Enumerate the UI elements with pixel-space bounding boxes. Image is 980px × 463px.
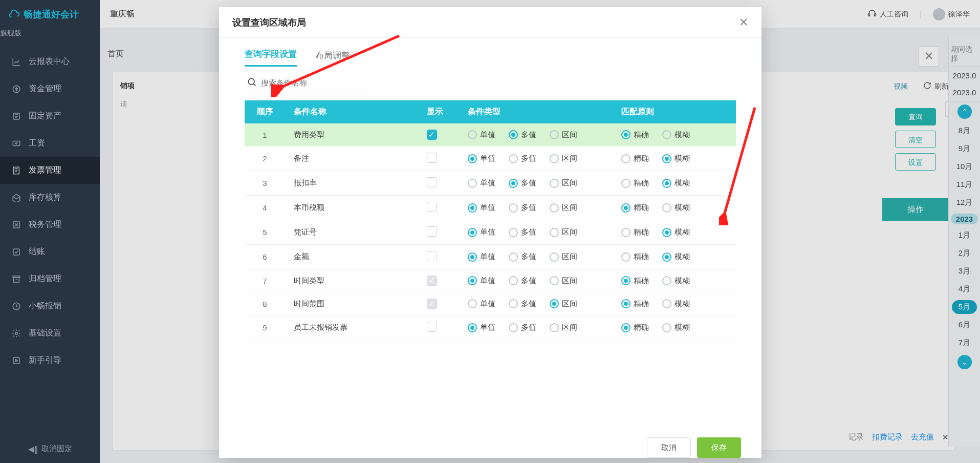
type-multi-radio[interactable]: 多值: [509, 203, 536, 213]
show-checkbox[interactable]: [427, 322, 437, 332]
table-row: 3 抵扣率 单值 多值 区间 精确 模糊: [245, 171, 736, 196]
radio-icon: [509, 276, 518, 285]
radio-icon: [468, 130, 477, 139]
match-fuzzy-radio[interactable]: 模糊: [662, 323, 690, 332]
show-checkbox[interactable]: [427, 177, 437, 187]
match-exact-radio[interactable]: 精确: [621, 276, 649, 286]
type-single-radio[interactable]: 单值: [468, 299, 495, 309]
show-checkbox[interactable]: ✓: [427, 276, 437, 286]
match-exact-radio[interactable]: 精确: [621, 299, 649, 309]
type-single-radio[interactable]: 单值: [468, 203, 495, 213]
svg-point-12: [248, 78, 254, 85]
cancel-button[interactable]: 取消: [647, 437, 691, 458]
show-checkbox[interactable]: ✓: [427, 299, 437, 309]
match-fuzzy-radio[interactable]: 模糊: [662, 252, 690, 262]
radio-icon: [662, 299, 671, 308]
col-match: 匹配原则: [613, 100, 736, 123]
show-checkbox[interactable]: [427, 226, 437, 237]
type-range-radio[interactable]: 区间: [550, 252, 577, 262]
type-range-radio[interactable]: 区间: [550, 203, 577, 213]
type-multi-radio[interactable]: 多值: [509, 130, 536, 140]
type-multi-radio[interactable]: 多值: [509, 323, 536, 332]
cell-match: 精确 模糊: [613, 292, 736, 315]
cell-match: 精确 模糊: [613, 245, 736, 269]
type-range-radio[interactable]: 区间: [550, 154, 577, 163]
cell-seq: 5: [245, 220, 286, 245]
save-button[interactable]: 保存: [697, 437, 741, 458]
type-range-radio[interactable]: 区间: [550, 276, 577, 286]
match-exact-radio[interactable]: 精确: [621, 227, 649, 237]
match-exact-radio[interactable]: 精确: [621, 203, 649, 213]
match-exact-radio[interactable]: 精确: [621, 154, 649, 163]
type-range-radio[interactable]: 区间: [550, 299, 577, 309]
tab-layout-adjust[interactable]: 布局调整: [315, 50, 350, 67]
radio-icon: [621, 252, 630, 262]
match-exact-radio[interactable]: 精确: [621, 178, 649, 188]
type-multi-radio[interactable]: 多值: [509, 178, 536, 188]
type-single-radio[interactable]: 单值: [468, 252, 495, 262]
type-single-radio[interactable]: 单值: [468, 130, 495, 140]
radio-icon: [468, 323, 477, 332]
table-row: 8 时间范围 ✓ 单值 多值 区间 精确 模糊: [245, 292, 736, 315]
type-range-radio[interactable]: 区间: [550, 227, 577, 237]
show-checkbox[interactable]: [427, 153, 437, 163]
search-input[interactable]: [261, 78, 371, 87]
match-fuzzy-radio[interactable]: 模糊: [662, 203, 690, 213]
match-fuzzy-radio[interactable]: 模糊: [662, 178, 690, 188]
type-single-radio[interactable]: 单值: [468, 276, 495, 286]
radio-label: 区间: [562, 323, 577, 332]
radio-icon: [509, 130, 518, 139]
radio-label: 多值: [521, 276, 536, 286]
type-multi-radio[interactable]: 多值: [509, 252, 536, 262]
match-exact-radio[interactable]: 精确: [621, 252, 649, 262]
radio-label: 精确: [634, 252, 649, 262]
type-single-radio[interactable]: 单值: [468, 323, 495, 332]
radio-label: 精确: [634, 130, 649, 140]
match-fuzzy-radio[interactable]: 模糊: [662, 299, 690, 309]
radio-icon: [662, 154, 671, 163]
tab-query-fields[interactable]: 查询字段设置: [245, 48, 297, 67]
match-fuzzy-radio[interactable]: 模糊: [662, 154, 690, 163]
radio-label: 单值: [480, 178, 495, 188]
type-range-radio[interactable]: 区间: [550, 178, 577, 188]
radio-label: 模糊: [674, 203, 690, 213]
type-multi-radio[interactable]: 多值: [509, 154, 536, 163]
radio-label: 单值: [480, 227, 495, 237]
radio-label: 区间: [562, 178, 577, 188]
radio-icon: [662, 323, 671, 332]
radio-label: 单值: [480, 323, 495, 332]
cell-show: [419, 220, 460, 245]
radio-label: 区间: [562, 130, 577, 140]
cell-seq: 8: [245, 292, 286, 315]
search-box[interactable]: [245, 74, 373, 92]
cell-name: 凭证号: [286, 220, 419, 245]
match-exact-radio[interactable]: 精确: [621, 323, 649, 332]
type-multi-radio[interactable]: 多值: [509, 227, 536, 237]
match-exact-radio[interactable]: 精确: [621, 130, 649, 140]
type-range-radio[interactable]: 区间: [550, 323, 577, 332]
radio-icon: [509, 154, 518, 163]
cell-seq: 4: [245, 196, 286, 220]
radio-label: 模糊: [674, 227, 690, 237]
radio-icon: [662, 228, 671, 237]
radio-icon: [550, 252, 559, 262]
type-multi-radio[interactable]: 多值: [509, 276, 536, 286]
show-checkbox[interactable]: [427, 202, 437, 212]
type-single-radio[interactable]: 单值: [468, 154, 495, 163]
show-checkbox[interactable]: [427, 251, 437, 261]
radio-label: 区间: [562, 154, 577, 163]
match-fuzzy-radio[interactable]: 模糊: [662, 276, 690, 286]
cell-show: ✓: [419, 123, 460, 146]
type-range-radio[interactable]: 区间: [550, 130, 577, 140]
radio-label: 多值: [521, 178, 536, 188]
show-checkbox[interactable]: ✓: [427, 130, 437, 140]
type-multi-radio[interactable]: 多值: [509, 299, 536, 309]
radio-icon: [550, 299, 559, 308]
radio-icon: [550, 323, 559, 332]
match-fuzzy-radio[interactable]: 模糊: [662, 130, 690, 140]
modal-close-icon[interactable]: ✕: [739, 16, 748, 29]
type-single-radio[interactable]: 单值: [468, 178, 495, 188]
match-fuzzy-radio[interactable]: 模糊: [662, 227, 690, 237]
type-single-radio[interactable]: 单值: [468, 227, 495, 237]
query-layout-modal: 设置查询区域布局 ✕ 查询字段设置 布局调整 顺序 条件名称 显示 条件类型 匹…: [219, 7, 761, 458]
